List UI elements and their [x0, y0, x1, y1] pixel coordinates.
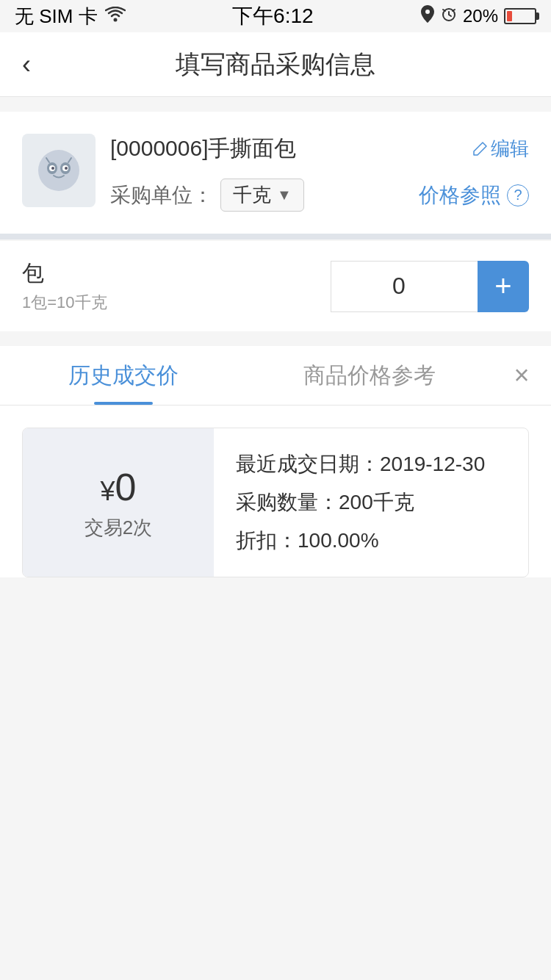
svg-point-2 — [38, 150, 79, 191]
wifi-icon — [105, 5, 126, 28]
status-left: 无 SIM 卡 — [15, 4, 126, 29]
tab-history-price[interactable]: 历史成交价 — [0, 346, 246, 405]
product-info: [0000006]手撕面包 编辑 采购单位： 千克 ▼ 价格参照 ? — [110, 134, 529, 212]
tab-bar: 历史成交价 商品价格参考 × — [0, 346, 551, 406]
status-bar: 无 SIM 卡 下午6:12 20% — [0, 0, 551, 32]
page-title: 填写商品采购信息 — [176, 48, 375, 82]
product-card: [0000006]手撕面包 编辑 采购单位： 千克 ▼ 价格参照 ? — [0, 112, 551, 234]
quantity-plus-button[interactable]: + — [478, 261, 529, 312]
purchase-quantity-row: 采购数量：200千克 — [236, 489, 506, 516]
svg-point-7 — [51, 167, 54, 170]
product-name: [0000006]手撕面包 — [110, 134, 296, 164]
price-summary: ¥0 交易2次 — [23, 428, 214, 577]
status-right: 20% — [420, 5, 536, 27]
quantity-section: 包 1包=10千克 + — [0, 241, 551, 331]
price-reference-button[interactable]: 价格参照 ? — [419, 181, 529, 209]
discount-row: 折扣：100.00% — [236, 527, 506, 555]
battery-percentage: 20% — [463, 6, 498, 26]
quantity-input-group: + — [331, 261, 529, 312]
unit-select[interactable]: 千克 ▼ — [220, 179, 304, 212]
product-unit-row: 采购单位： 千克 ▼ 价格参照 ? — [110, 179, 529, 212]
edit-button[interactable]: 编辑 — [472, 136, 529, 162]
price-details: 最近成交日期：2019-12-30 采购数量：200千克 折扣：100.00% — [214, 428, 528, 577]
alarm-icon — [441, 6, 457, 26]
edit-icon — [472, 141, 488, 157]
location-icon — [420, 5, 435, 27]
product-thumbnail — [22, 134, 96, 207]
carrier-text: 无 SIM 卡 — [15, 4, 98, 29]
currency-symbol: ¥ — [101, 476, 115, 506]
transaction-count: 交易2次 — [84, 515, 152, 541]
svg-point-8 — [65, 167, 68, 170]
dropdown-arrow-icon: ▼ — [277, 187, 292, 203]
price-reference-panel: 历史成交价 商品价格参考 × ¥0 交易2次 最近成交日期：2019-12-30… — [0, 346, 551, 577]
product-title-row: [0000006]手撕面包 编辑 — [110, 134, 529, 164]
tab-product-price-reference[interactable]: 商品价格参考 — [246, 346, 492, 405]
battery-icon — [504, 8, 536, 24]
nav-bar: ‹ 填写商品采购信息 — [0, 32, 551, 97]
main-content-area — [0, 599, 551, 980]
recent-date-row: 最近成交日期：2019-12-30 — [236, 450, 506, 478]
quantity-label: 包 1包=10千克 — [22, 259, 107, 314]
back-button[interactable]: ‹ — [22, 49, 31, 80]
section-divider — [0, 234, 551, 239]
product-logo-icon — [33, 145, 84, 196]
quantity-conversion: 1包=10千克 — [22, 292, 107, 314]
price-card: ¥0 交易2次 最近成交日期：2019-12-30 采购数量：200千克 折扣：… — [22, 428, 529, 577]
close-panel-button[interactable]: × — [492, 346, 551, 405]
unit-label: 采购单位： — [110, 181, 213, 209]
info-icon: ? — [507, 184, 529, 206]
status-time: 下午6:12 — [232, 2, 314, 30]
product-header: [0000006]手撕面包 编辑 采购单位： 千克 ▼ 价格参照 ? — [22, 134, 529, 212]
price-amount: ¥0 — [101, 465, 137, 509]
svg-point-0 — [113, 18, 117, 21]
quantity-unit-label: 包 — [22, 259, 107, 289]
quantity-input[interactable] — [331, 261, 478, 312]
